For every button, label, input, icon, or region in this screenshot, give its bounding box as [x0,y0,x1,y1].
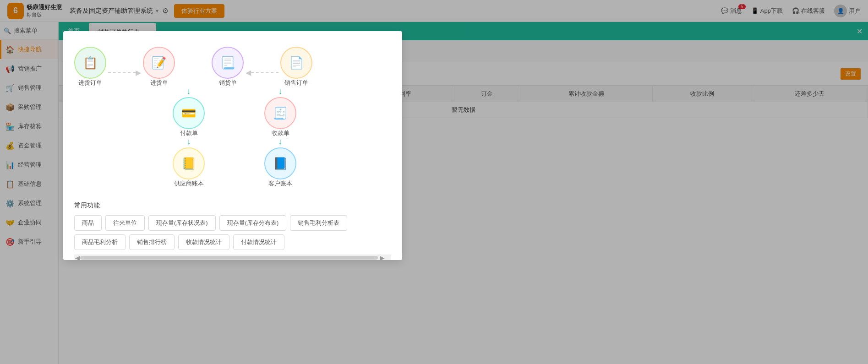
common-btn-收款情况统计[interactable]: 收款情况统计 [178,234,229,250]
sales-invoice-icon: 📃 [212,47,244,79]
purchase-receipt-label: 进货单 [150,79,168,87]
purchase-order-icon: 📋 [74,47,106,79]
modal-overlay[interactable]: 📋 进货订单 ▶ 📝 进货单 [0,0,868,364]
sales-order-label: 销售订单 [284,79,308,87]
flow-node-sales-order[interactable]: 📄 销售订单 [280,47,312,87]
flow-node-supplier-ledger[interactable]: 📒 供应商账本 [161,147,216,188]
common-functions-title: 常用功能 [74,201,391,210]
scroll-right-btn[interactable]: ▶ [380,254,385,261]
common-btn-往来单位[interactable]: 往来单位 [105,215,145,231]
flow-node-sales-invoice[interactable]: 📃 销货单 [212,47,244,87]
common-btn-现存量(库存状况表)[interactable]: 现存量(库存状况表) [148,215,216,231]
supplier-ledger-icon: 📒 [173,147,205,179]
common-buttons-group: 商品往来单位现存量(库存状况表)现存量(库存分布表)销售毛利分析表商品毛利分析销… [74,215,391,250]
scrollbar-thumb[interactable] [80,256,378,260]
receipt-icon: 🧾 [264,97,296,129]
payment-label: 付款单 [180,129,198,137]
common-btn-商品毛利分析[interactable]: 商品毛利分析 [74,234,126,250]
sales-order-icon: 📄 [280,47,312,79]
customer-ledger-icon: 📘 [264,147,296,179]
common-btn-销售排行榜[interactable]: 销售排行榜 [129,234,175,250]
modal-box: 📋 进货订单 ▶ 📝 进货单 [63,31,402,260]
common-btn-付款情况统计[interactable]: 付款情况统计 [233,234,284,250]
flow-section: 📋 进货订单 ▶ 📝 进货单 [74,42,391,197]
common-btn-商品[interactable]: 商品 [74,215,102,231]
sales-invoice-label: 销货单 [219,79,237,87]
supplier-ledger-label: 供应商账本 [174,179,204,188]
flow-node-purchase-receipt[interactable]: 📝 进货单 [143,47,175,87]
common-btn-现存量(库存分布表)[interactable]: 现存量(库存分布表) [219,215,287,231]
modal-scrollbar[interactable]: ◀ ▶ [74,255,391,260]
flow-node-payment[interactable]: 💳 付款单 [161,97,216,137]
purchase-order-label: 进货订单 [78,79,102,87]
scroll-left-btn[interactable]: ◀ [75,254,80,261]
flow-node-purchase-order[interactable]: 📋 进货订单 [74,47,106,87]
payment-icon: 💳 [173,97,205,129]
flow-node-receipt[interactable]: 🧾 收款单 [253,97,308,137]
common-btn-销售毛利分析表[interactable]: 销售毛利分析表 [290,215,347,231]
flow-node-customer-ledger[interactable]: 📘 客户账本 [253,147,308,188]
receipt-label: 收款单 [272,129,289,137]
common-functions-section: 常用功能 商品往来单位现存量(库存状况表)现存量(库存分布表)销售毛利分析表商品… [74,197,391,255]
purchase-receipt-icon: 📝 [143,47,175,79]
customer-ledger-label: 客户账本 [268,179,292,188]
